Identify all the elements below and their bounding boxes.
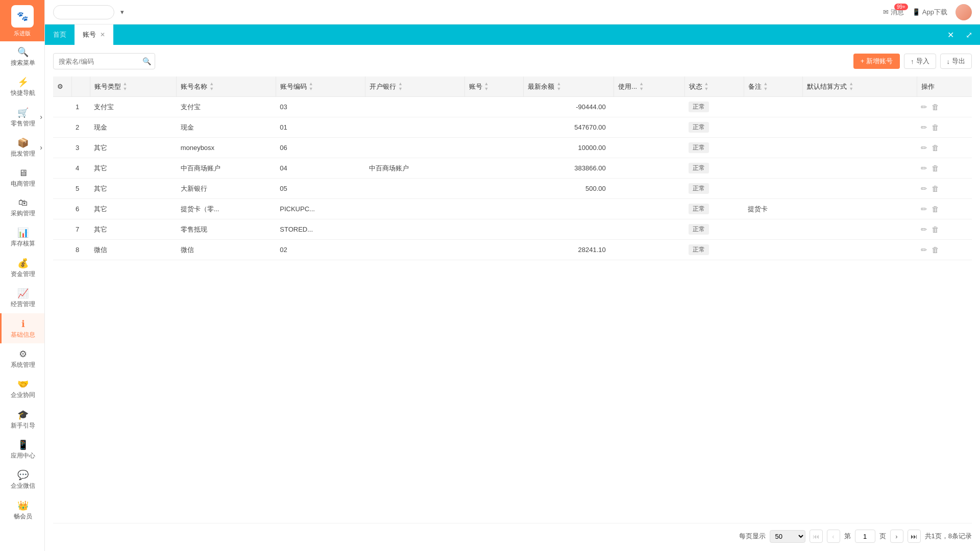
business-mgmt-icon: 📈 bbox=[17, 288, 29, 299]
page-label2: 页 bbox=[879, 532, 886, 541]
top-search-input[interactable] bbox=[53, 5, 114, 19]
row-0-edit-button[interactable]: ✏ bbox=[921, 103, 927, 112]
row-1-bank bbox=[365, 117, 464, 138]
row-7-status-badge: 正常 bbox=[689, 244, 709, 255]
col-code[interactable]: 账号编码 ▲▼ bbox=[276, 77, 365, 97]
row-0-remark bbox=[744, 97, 803, 117]
row-6-account bbox=[464, 219, 524, 240]
quick-nav-icon: ⚡ bbox=[17, 77, 29, 88]
row-3-default-payment bbox=[803, 158, 917, 179]
sidebar-item-capital-mgmt[interactable]: 💰 资金管理 bbox=[0, 253, 44, 283]
sidebar-item-wholesale-mgmt[interactable]: 📦 批发管理 bbox=[0, 132, 44, 162]
sidebar-item-newcomer-guide[interactable]: 🎓 新手引导 bbox=[0, 404, 44, 434]
page-prev-button[interactable]: ‹ bbox=[827, 530, 840, 543]
row-4-num: 5 bbox=[71, 179, 90, 199]
sidebar-nav: 🔍 搜索菜单 ⚡ 快捷导航 🛒 零售管理 📦 批发管理 🖥 电商管理 🛍 采购管… bbox=[0, 41, 44, 551]
row-0-status-badge: 正常 bbox=[689, 102, 709, 112]
row-0-bank bbox=[365, 97, 464, 117]
col-default-payment-label: 默认结算方式 bbox=[807, 82, 847, 91]
sidebar-item-quick-nav[interactable]: ⚡ 快捷导航 bbox=[0, 71, 44, 102]
row-6-edit-button[interactable]: ✏ bbox=[921, 225, 927, 234]
sidebar-item-business-mgmt[interactable]: 📈 经营管理 bbox=[0, 283, 44, 313]
sidebar-item-search-menu[interactable]: 🔍 搜索菜单 bbox=[0, 41, 44, 71]
col-balance[interactable]: 最新余额 ▲▼ bbox=[524, 77, 614, 97]
col-type[interactable]: 账号类型 ▲▼ bbox=[90, 77, 177, 97]
export-label: 导出 bbox=[952, 57, 965, 66]
message-button[interactable]: ✉ 消息 99+ bbox=[883, 8, 904, 17]
sidebar-item-enterprise-wechat[interactable]: 💬 企业微信 bbox=[0, 464, 44, 494]
tab-accounts[interactable]: 账号 ✕ bbox=[75, 24, 113, 45]
row-4-gear bbox=[53, 179, 71, 199]
newcomer-guide-icon: 🎓 bbox=[17, 409, 29, 420]
export-button[interactable]: ↓ 导出 bbox=[940, 54, 972, 69]
col-action: 操作 bbox=[917, 77, 972, 97]
col-bank[interactable]: 开户银行 ▲▼ bbox=[365, 77, 464, 97]
page-first-button[interactable]: ⏮ bbox=[810, 530, 823, 543]
row-7-action: ✏ 🗑 bbox=[917, 240, 972, 260]
row-3-delete-button[interactable]: 🗑 bbox=[932, 164, 939, 172]
row-3-bank: 中百商场账户 bbox=[365, 158, 464, 179]
user-avatar[interactable] bbox=[955, 4, 972, 20]
row-7-edit-button[interactable]: ✏ bbox=[921, 245, 927, 255]
sidebar-item-vip-member[interactable]: 👑 畅会员 bbox=[0, 495, 44, 525]
row-0-delete-button[interactable]: 🗑 bbox=[932, 103, 939, 111]
row-1-edit-button[interactable]: ✏ bbox=[921, 123, 927, 132]
row-3-remark bbox=[744, 158, 803, 179]
row-2-delete-button[interactable]: 🗑 bbox=[932, 143, 939, 152]
tab-accounts-close[interactable]: ✕ bbox=[100, 31, 105, 38]
col-remark-sort: ▲▼ bbox=[764, 82, 768, 91]
row-2-edit-button[interactable]: ✏ bbox=[921, 143, 927, 153]
col-code-label: 账号编码 bbox=[280, 82, 307, 91]
search-button[interactable]: 🔍 bbox=[142, 57, 151, 65]
row-0-gear bbox=[53, 97, 71, 117]
add-account-button[interactable]: + 新增账号 bbox=[853, 54, 900, 69]
row-6-delete-button[interactable]: 🗑 bbox=[932, 225, 939, 234]
tab-expand-action[interactable]: ⤢ bbox=[962, 28, 976, 42]
row-5-code: PICKUPC... bbox=[276, 199, 365, 219]
col-account[interactable]: 账号 ▲▼ bbox=[464, 77, 524, 97]
header-right: ✉ 消息 99+ 📱 App下载 bbox=[883, 4, 972, 20]
row-2-status-badge: 正常 bbox=[689, 142, 709, 153]
col-name[interactable]: 账号名称 ▲▼ bbox=[177, 77, 276, 97]
row-5-bank bbox=[365, 199, 464, 219]
col-default-payment[interactable]: 默认结算方式 ▲▼ bbox=[803, 77, 917, 97]
col-remark[interactable]: 备注 ▲▼ bbox=[744, 77, 803, 97]
sidebar-item-ecommerce-mgmt[interactable]: 🖥 电商管理 bbox=[0, 163, 44, 192]
page-number-input[interactable] bbox=[855, 530, 875, 543]
enterprise-agreement-label: 企业协同 bbox=[11, 391, 35, 398]
sidebar-item-inventory[interactable]: 📊 库存核算 bbox=[0, 222, 44, 252]
row-7-code: 02 bbox=[276, 240, 365, 260]
page-size-select[interactable]: 50 10 20 100 bbox=[770, 530, 805, 543]
sidebar-item-purchase-mgmt[interactable]: 🛍 采购管理 bbox=[0, 192, 44, 222]
row-7-delete-button[interactable]: 🗑 bbox=[932, 245, 939, 254]
sidebar-item-system-mgmt[interactable]: ⚙ 系统管理 bbox=[0, 343, 44, 373]
row-4-status-badge: 正常 bbox=[689, 183, 709, 194]
sidebar-item-retail-mgmt[interactable]: 🛒 零售管理 bbox=[0, 102, 44, 132]
row-4-delete-button[interactable]: 🗑 bbox=[932, 184, 939, 193]
row-4-edit-button[interactable]: ✏ bbox=[921, 184, 927, 193]
table-row: 8 微信 微信 02 28241.10 正常 ✏ 🗑 bbox=[53, 240, 972, 260]
row-5-delete-button[interactable]: 🗑 bbox=[932, 205, 939, 213]
page-next-button[interactable]: › bbox=[890, 530, 903, 543]
app-download-button[interactable]: 📱 App下载 bbox=[912, 8, 947, 17]
sidebar-item-basic-info[interactable]: ℹ 基础信息 bbox=[0, 313, 44, 343]
row-1-delete-button[interactable]: 🗑 bbox=[932, 123, 939, 132]
search-input[interactable] bbox=[53, 53, 155, 69]
row-5-account bbox=[464, 199, 524, 219]
dropdown-btn[interactable]: ▾ bbox=[120, 8, 124, 16]
sidebar-item-app-center[interactable]: 📱 应用中心 bbox=[0, 434, 44, 464]
col-status[interactable]: 状态 ▲▼ bbox=[684, 77, 744, 97]
tab-close-action[interactable]: ✕ bbox=[943, 28, 958, 42]
row-3-edit-button[interactable]: ✏ bbox=[921, 164, 927, 173]
row-5-edit-button[interactable]: ✏ bbox=[921, 205, 927, 214]
row-6-gear bbox=[53, 219, 71, 240]
row-4-account bbox=[464, 179, 524, 199]
page-last-button[interactable]: ⏭ bbox=[908, 530, 921, 543]
sidebar-item-enterprise-agreement[interactable]: 🤝 企业协同 bbox=[0, 373, 44, 404]
col-usage[interactable]: 使用... ▲▼ bbox=[614, 77, 684, 97]
import-button[interactable]: ↑ 导入 bbox=[904, 54, 936, 69]
row-7-default-payment bbox=[803, 240, 917, 260]
tab-home[interactable]: 首页 bbox=[45, 24, 75, 45]
col-settings[interactable]: ⚙ bbox=[53, 77, 71, 97]
col-account-label: 账号 bbox=[469, 82, 482, 91]
